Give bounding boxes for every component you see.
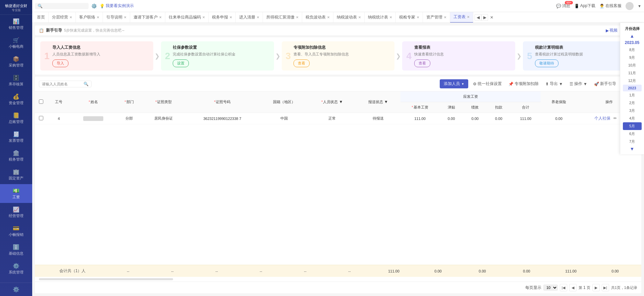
beginner-guide-button[interactable]: 🚀 新手引导 — [592, 80, 618, 88]
tab-税检专家[interactable]: 税检专家✕ — [396, 12, 423, 23]
tab-进入清册[interactable]: 进入清册✕ — [236, 12, 263, 23]
hscroll-thumb[interactable] — [39, 278, 173, 280]
step-btn-5[interactable]: 敬请期待 — [535, 59, 558, 67]
operation-button[interactable]: ☰ 操作 ▼ — [568, 80, 589, 88]
next-page-button[interactable]: ▶ — [592, 284, 600, 291]
user-dropdown[interactable]: ▼ — [638, 4, 641, 8]
demo-link[interactable]: 💡 我要看实例演示 — [100, 3, 134, 9]
step-btn-3[interactable]: 查看 — [293, 59, 310, 67]
user-avatar[interactable] — [626, 2, 634, 10]
tab-纳税统计表[interactable]: 纳税统计表✕ — [365, 12, 396, 23]
sidebar-item-企业协同[interactable]: 🤝 企业协同 — [0, 278, 32, 283]
month-picker-down[interactable]: ▼ — [629, 145, 635, 152]
select-all-checkbox[interactable] — [39, 99, 43, 104]
sidebar-item-小畅电商[interactable]: 🛒 小畅电商 — [0, 34, 32, 52]
first-page-button[interactable]: |◀ — [560, 284, 567, 291]
close-all-tabs[interactable]: ✕ — [488, 15, 495, 20]
tab-close-icon[interactable]: ✕ — [417, 15, 419, 19]
sidebar-item-小畅报销[interactable]: 💳 小畅报销 — [0, 222, 32, 241]
add-person-button[interactable]: 添加人员 ▼ — [440, 79, 468, 88]
step-btn-2[interactable]: 设置 — [173, 59, 189, 67]
sidebar-item-库存核算[interactable]: 🗄️ 库存核算 — [0, 71, 32, 90]
tab-所得税汇算清缴[interactable]: 所得税汇算清缴✕ — [263, 12, 302, 23]
status-filter-icon[interactable]: ▼ — [339, 99, 343, 104]
month-item-8月[interactable]: 8月 — [623, 46, 642, 54]
tab-引导说明[interactable]: 引导说明✕ — [103, 12, 130, 23]
month-item-12月[interactable]: 12月 — [623, 77, 642, 85]
month-item-2月[interactable]: 2月 — [623, 99, 642, 107]
tab-close-icon[interactable]: ✕ — [257, 15, 259, 19]
page-size-select[interactable]: 10 20 50 — [543, 285, 558, 291]
tab-客户联络[interactable]: 客户联络✕ — [76, 12, 103, 23]
tab-close-icon[interactable]: ✕ — [358, 15, 361, 19]
edit-icon[interactable]: ✏ — [613, 116, 617, 121]
month-item-1月[interactable]: 1月 — [623, 91, 642, 99]
settings-icon[interactable]: ⚙️ — [3, 286, 29, 293]
month-picker-year[interactable]: 2023.05 — [625, 39, 639, 46]
tab-资产管理[interactable]: 资产管理✕ — [423, 12, 450, 23]
employee-search-wrap[interactable]: 🔍 — [39, 81, 92, 87]
month-item-11月[interactable]: 11月 — [623, 69, 642, 77]
sidebar-item-销售管理[interactable]: 📊 销售管理 — [0, 15, 32, 34]
social-insurance-button[interactable]: ⚙ 统一社保设置 — [471, 80, 504, 88]
sidebar-item-固定资产[interactable]: 🏢 固定资产 — [0, 165, 32, 184]
sidebar-item-工资[interactable]: 💵 工资 — [0, 184, 32, 203]
send-filter-icon[interactable]: ▼ — [384, 99, 388, 104]
personal-insurance-link[interactable]: 个人社保 — [594, 116, 610, 121]
tab-close-icon[interactable]: ✕ — [229, 15, 232, 19]
guide-video-link[interactable]: ▶ 视频 — [606, 28, 618, 33]
month-item-6月[interactable]: 6月 — [623, 130, 642, 138]
month-item-5月[interactable]: 5月 — [623, 122, 642, 130]
month-picker-up[interactable]: ▲ — [629, 33, 635, 39]
topbar-search[interactable]: 🔍 — [35, 3, 89, 9]
tab-close-icon[interactable]: ✕ — [69, 15, 72, 19]
tab-close-icon[interactable]: ✕ — [159, 15, 162, 19]
tab-close-icon[interactable]: ✕ — [97, 15, 99, 19]
sidebar-item-资金管理[interactable]: 💰 资金管理 — [0, 90, 32, 109]
month-item-2023[interactable]: 2023 — [623, 85, 642, 91]
tab-close-icon[interactable]: ✕ — [444, 15, 446, 19]
row-checkbox[interactable] — [39, 116, 43, 120]
tab-税负波动表[interactable]: 税负波动表✕ — [302, 12, 333, 23]
tab-首页[interactable]: 首页 — [34, 12, 49, 23]
message-button[interactable]: 💬 消息 99+ — [556, 3, 570, 9]
topbar-search-input[interactable] — [44, 4, 81, 8]
month-item-3月[interactable]: 3月 — [623, 107, 642, 115]
tabbar-prev-arrow[interactable]: ◀ — [475, 14, 481, 21]
tab-税务申报[interactable]: 税务申报✕ — [209, 12, 236, 23]
online-service-button[interactable]: 👨‍💼 在线客服 — [599, 3, 622, 9]
tab-纳税波动表[interactable]: 纳税波动表✕ — [333, 12, 365, 23]
last-page-button[interactable]: ▶| — [602, 284, 609, 291]
sidebar-item-基础信息[interactable]: ℹ️ 基础信息 — [0, 241, 32, 259]
export-button[interactable]: ⬆ 导出 ▼ — [543, 80, 565, 88]
tab-工资表[interactable]: 工资表✕ — [450, 12, 473, 23]
tab-分层经营[interactable]: 分层经营✕ — [49, 12, 76, 23]
app-download-button[interactable]: 📱 App下载 — [574, 3, 595, 9]
horizontal-scrollbar[interactable] — [35, 277, 641, 282]
step-btn-4[interactable]: 查看 — [414, 59, 430, 67]
tabbar-next-arrow[interactable]: ▶ — [481, 14, 488, 21]
tab-close-icon[interactable]: ✕ — [327, 15, 330, 19]
month-item-10月[interactable]: 10月 — [623, 61, 642, 69]
tab-close-icon[interactable]: ✕ — [124, 15, 126, 19]
prev-page-button[interactable]: ◀ — [569, 284, 577, 291]
sidebar-item-总账管理[interactable]: 📒 总账管理 — [0, 109, 32, 128]
tab-close-icon[interactable]: ✕ — [296, 15, 299, 19]
employee-search-input[interactable] — [42, 82, 82, 86]
tab-close-icon[interactable]: ✕ — [202, 15, 205, 19]
step-btn-1[interactable]: 导入 — [52, 59, 68, 67]
tab-往来单位商品编码[interactable]: 往来单位商品编码✕ — [165, 12, 209, 23]
month-item-7月[interactable]: 7月 — [623, 138, 642, 145]
tab-邀请下游客户[interactable]: 邀请下游客户✕ — [130, 12, 165, 23]
sidebar-item-税务管理[interactable]: 🏛️ 税务管理 — [0, 146, 32, 165]
settings-gear-icon[interactable]: ⚙️ — [91, 3, 97, 9]
sidebar-item-发票管理[interactable]: 🧾 发票管理 — [0, 128, 32, 146]
sidebar-item-系统管理[interactable]: ⚙️ 系统管理 — [0, 259, 32, 278]
month-item-9月[interactable]: 9月 — [623, 54, 642, 61]
month-item-4月[interactable]: 4月 — [623, 115, 642, 122]
sidebar-item-采购管理[interactable]: 📦 采购管理 — [0, 52, 32, 71]
tab-close-icon[interactable]: ✕ — [389, 15, 392, 19]
sidebar-item-经营管理[interactable]: 📈 经营管理 — [0, 203, 32, 222]
special-deduction-button[interactable]: 📌 专项附加扣除 — [506, 80, 541, 88]
tab-close-icon[interactable]: ✕ — [467, 15, 470, 19]
